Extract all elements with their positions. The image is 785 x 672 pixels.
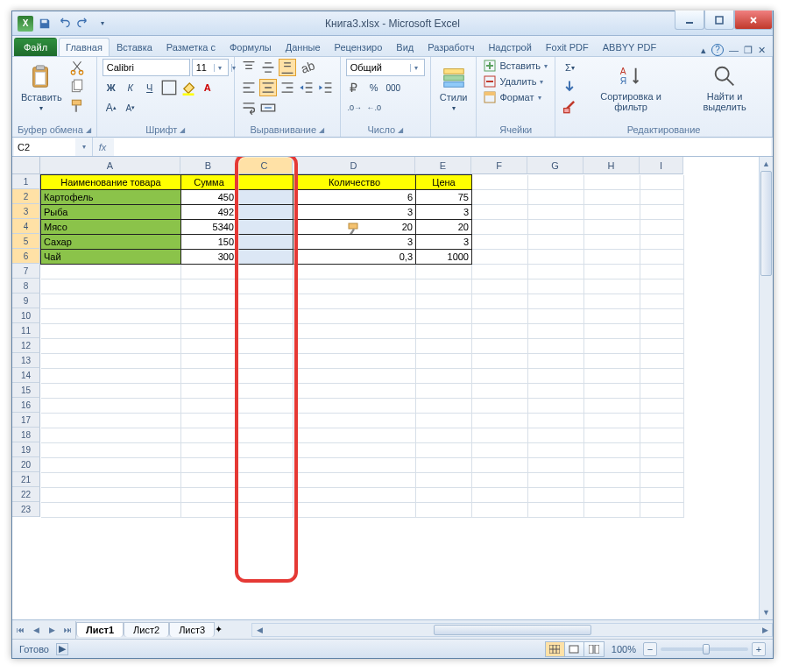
save-button[interactable]: [37, 16, 53, 32]
cell-H6[interactable]: [584, 250, 640, 265]
cell-A12[interactable]: [41, 339, 181, 354]
increase-indent-button[interactable]: [317, 79, 335, 96]
cell-G10[interactable]: [528, 309, 584, 324]
cell-B2[interactable]: 450: [181, 190, 237, 205]
cell-E23[interactable]: [416, 503, 472, 518]
cell-H17[interactable]: [584, 414, 640, 428]
cell-G19[interactable]: [528, 443, 584, 458]
cell-E3[interactable]: 3: [416, 205, 472, 220]
wrap-text-button[interactable]: [240, 99, 258, 117]
cell-E16[interactable]: [416, 399, 472, 414]
cell-I2[interactable]: [640, 190, 684, 205]
cell-G12[interactable]: [528, 339, 584, 354]
row-header-19[interactable]: 19: [12, 442, 40, 457]
row-header-21[interactable]: 21: [12, 472, 40, 487]
format-painter-button[interactable]: [68, 97, 86, 115]
grow-font-button[interactable]: A▴: [103, 99, 120, 117]
cell-D19[interactable]: [293, 443, 416, 458]
sheet-nav-next[interactable]: ▶: [44, 621, 60, 639]
cell-C13[interactable]: [237, 354, 293, 369]
cell-C21[interactable]: [237, 473, 293, 488]
cell-E9[interactable]: [416, 294, 472, 309]
cell-A16[interactable]: [41, 399, 181, 414]
undo-button[interactable]: [56, 16, 72, 32]
cell-H1[interactable]: [584, 175, 640, 190]
tab-addins[interactable]: Надстрой: [481, 38, 538, 56]
orientation-button[interactable]: ab: [298, 59, 315, 76]
cell-E11[interactable]: [416, 324, 472, 339]
border-button[interactable]: [160, 79, 178, 96]
row-header-14[interactable]: 14: [12, 368, 40, 383]
name-box-input[interactable]: [14, 138, 75, 156]
cell-B7[interactable]: [181, 265, 237, 279]
cell-C3[interactable]: [237, 205, 293, 220]
delete-cells-button[interactable]: Удалить▾: [482, 74, 549, 88]
cell-F20[interactable]: [472, 458, 528, 473]
cell-E4[interactable]: 20: [416, 220, 472, 235]
zoom-level[interactable]: 100%: [612, 644, 636, 654]
tab-abbyy[interactable]: ABBYY PDF: [596, 38, 664, 56]
cell-B11[interactable]: [181, 324, 237, 339]
align-middle-button[interactable]: [259, 59, 277, 76]
cell-I4[interactable]: [640, 220, 684, 235]
cell-D18[interactable]: [293, 428, 416, 443]
clear-button[interactable]: [561, 97, 578, 115]
styles-button[interactable]: Стили ▾: [436, 59, 471, 117]
fx-button[interactable]: fx: [93, 142, 112, 152]
cell-E18[interactable]: [416, 428, 472, 443]
cell-F18[interactable]: [472, 428, 528, 443]
sheet-nav-first[interactable]: ⏮: [12, 621, 28, 639]
comma-button[interactable]: 000: [385, 79, 402, 96]
cell-A1[interactable]: Наименование товара: [41, 175, 181, 190]
cell-E20[interactable]: [416, 458, 472, 473]
cell-C9[interactable]: [237, 294, 293, 309]
row-header-10[interactable]: 10: [12, 308, 40, 323]
cell-E8[interactable]: [416, 279, 472, 294]
cell-G16[interactable]: [528, 399, 584, 414]
new-sheet-button[interactable]: ✦: [215, 624, 234, 635]
cell-D16[interactable]: [293, 399, 416, 414]
cell-A2[interactable]: Картофель: [41, 190, 181, 205]
column-header-C[interactable]: C: [237, 157, 293, 174]
cell-H5[interactable]: [584, 235, 640, 250]
cell-I20[interactable]: [640, 458, 684, 473]
merge-button[interactable]: [259, 99, 277, 117]
cell-C5[interactable]: [237, 235, 293, 250]
cell-D14[interactable]: [293, 369, 416, 384]
cell-I13[interactable]: [640, 354, 684, 369]
percent-button[interactable]: %: [365, 79, 383, 96]
cell-B17[interactable]: [181, 414, 237, 428]
clipboard-launcher[interactable]: ◢: [86, 126, 91, 134]
cell-E7[interactable]: [416, 265, 472, 279]
scroll-up-button[interactable]: ▲: [760, 157, 773, 171]
cell-B9[interactable]: [181, 294, 237, 309]
cell-D7[interactable]: [293, 265, 416, 279]
row-header-3[interactable]: 3: [12, 204, 40, 219]
tab-foxit[interactable]: Foxit PDF: [539, 38, 596, 56]
cell-D1[interactable]: Количество: [293, 175, 416, 190]
cell-A15[interactable]: [41, 384, 181, 399]
insert-cells-button[interactable]: Вставить▾: [482, 59, 549, 73]
underline-button[interactable]: Ч: [141, 79, 159, 96]
cell-D8[interactable]: [293, 279, 416, 294]
cell-F11[interactable]: [472, 324, 528, 339]
cell-D13[interactable]: [293, 354, 416, 369]
ribbon-minimize-button[interactable]: ▴: [701, 45, 706, 56]
cell-C14[interactable]: [237, 369, 293, 384]
cell-G5[interactable]: [528, 235, 584, 250]
cell-C11[interactable]: [237, 324, 293, 339]
cell-H2[interactable]: [584, 190, 640, 205]
cell-H21[interactable]: [584, 473, 640, 488]
cell-C17[interactable]: [237, 414, 293, 428]
cell-B8[interactable]: [181, 279, 237, 294]
font-launcher[interactable]: ◢: [180, 126, 185, 134]
cell-I23[interactable]: [640, 503, 684, 518]
column-header-A[interactable]: A: [40, 157, 180, 174]
cell-B6[interactable]: 300: [181, 250, 237, 265]
cell-C20[interactable]: [237, 458, 293, 473]
zoom-in-button[interactable]: +: [752, 642, 766, 656]
font-size-combo[interactable]: ▾: [192, 59, 229, 76]
cell-D9[interactable]: [293, 294, 416, 309]
cell-F14[interactable]: [472, 369, 528, 384]
cell-D10[interactable]: [293, 309, 416, 324]
